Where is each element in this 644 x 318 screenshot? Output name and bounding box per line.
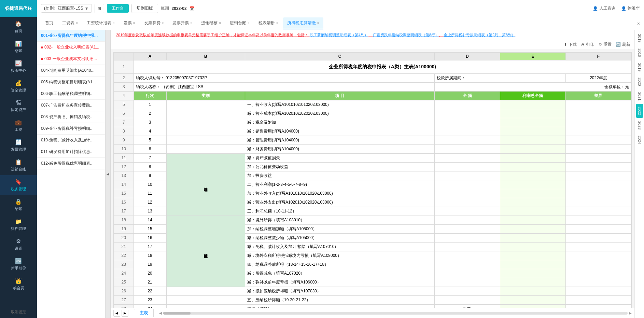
print-icon: 🖨 (581, 42, 585, 47)
service-icon: 👤 (593, 6, 598, 11)
tab-payroll-close[interactable]: × (76, 21, 78, 25)
panel-item-007[interactable]: 007-广告费和业务宣传费跌... (37, 100, 105, 111)
nav-tabs: 首页 工资表 × 工资统计报表 × 发票 × 发票算费 × 发票开票 × 进销稽… (37, 17, 644, 30)
tab-payroll-report-close[interactable]: × (113, 21, 115, 25)
scroll-thumb[interactable] (163, 312, 191, 315)
user-info[interactable]: 👤 徐澄华 (621, 5, 640, 11)
panel-item-011[interactable]: 011-研发费用加计扣除优惠... (37, 146, 105, 158)
table-row: 27 23 五、应纳税所得额（19-20-21-22） (114, 295, 631, 304)
tax-rate-cell[interactable]: 0.25 (434, 304, 500, 308)
panel-item-label: 009-企业所得税补亏损明细... (41, 126, 94, 132)
sidebar-item-report[interactable]: 📈 报表中心 (0, 57, 37, 77)
print-button[interactable]: 🖨 打印 (581, 42, 594, 47)
tab-payroll-report[interactable]: 工资统计报表 × (83, 17, 119, 29)
table-row: 5 1 一、营业收入(填写A101010\101020\103000) (114, 100, 631, 109)
tab-tax-settlement-label: 所得税汇算清缴 (287, 20, 316, 26)
warning-link-3[interactable]: 企业所得税补亏损明细表（第2列、第8列） (444, 33, 515, 37)
tab-invoice-open[interactable]: 发票开票 × (168, 17, 196, 29)
panel-item-012[interactable]: 012-减免所得税优惠明细表... (37, 158, 105, 169)
panel-item-002[interactable]: 002-一般企业收入明细表(A1... (37, 42, 105, 53)
reset-button[interactable]: ↺ 重置 (599, 42, 612, 47)
tab-sales-ledger-close[interactable]: × (248, 21, 250, 25)
year-sidebar: 2019 2016 2019 2020 2021 2022 2023 2024 (634, 30, 644, 318)
switch-version-button[interactable]: 切到旧版 (131, 4, 158, 13)
close-all-icon[interactable]: × (637, 21, 640, 26)
sheet-tab-main[interactable]: 主表 (134, 309, 154, 317)
tab-tax-settlement-close[interactable]: × (317, 21, 319, 25)
error-dot (41, 58, 43, 60)
tab-sales-audit[interactable]: 进销稽核 × (197, 17, 225, 29)
closing-icon: 🔒 (15, 198, 22, 205)
panel-item-001[interactable]: 001-企业所得税年度纳税申报... (37, 30, 105, 42)
tax-icon: 🔖 (15, 179, 22, 185)
tab-sales-ledger[interactable]: 进销台账 × (226, 17, 254, 29)
copy-icon: ⊞ (98, 6, 101, 11)
sidebar-item-payroll[interactable]: 💼 工资 (0, 116, 37, 136)
year-item-2021[interactable]: 2021 (636, 89, 643, 103)
warning-link-2[interactable]: 广宣费跌年度纳税调整明细表（第8行） (373, 33, 439, 37)
company-selector[interactable]: (勿删）江西服宝-LSS ▼ (41, 4, 92, 13)
year-item-2020[interactable]: 2020 (636, 75, 643, 88)
sidebar-item-ledger[interactable]: 📊 总账 (0, 37, 37, 57)
tab-invoice-fee[interactable]: 发票算费 × (140, 17, 168, 29)
spreadsheet-wrapper[interactable]: A B C D E F 1 企业所 (111, 49, 634, 308)
sidebar-item-archive[interactable]: 📁 归档管理 (0, 215, 37, 235)
scroll-track (163, 312, 628, 315)
tab-invoice-close[interactable]: × (133, 21, 135, 25)
panel-item-003[interactable]: 003-一般企业成本支出明细... (37, 53, 105, 65)
year-item-2016[interactable]: 2016 (636, 46, 643, 59)
download-button[interactable]: ⬇ 下载 (564, 42, 577, 47)
sidebar-item-member[interactable]: 👑 畅会员 (0, 274, 37, 294)
customer-service-btn[interactable]: 👤 人工咨询 (593, 5, 616, 11)
panel-item-006[interactable]: 006-职工薪酬纳税调整明细... (37, 88, 105, 100)
table-row: 26 22 减：抵扣应纳税所得额（填写A107030） (114, 287, 631, 295)
panel-item-005[interactable]: 005-纳税调整项目明细表(A1... (37, 77, 105, 88)
panel-item-008[interactable]: 008-资产折旧、摊销及纳税... (37, 111, 105, 123)
workspace-button[interactable]: 工作台 (107, 4, 129, 13)
sheet-nav-right[interactable]: ▶ (122, 310, 128, 317)
tab-tax-settlement[interactable]: 所得税汇算清缴 × (283, 17, 323, 29)
sidebar-item-sales[interactable]: 📋 进销台账 (0, 155, 37, 175)
guide-icon: 🆕 (15, 258, 22, 264)
panel-item-009[interactable]: 009-企业所得税补亏损明细... (37, 123, 105, 135)
sidebar-item-invoice[interactable]: 🧾 发票管理 (0, 136, 37, 155)
sidebar-item-label: 工资 (15, 127, 22, 132)
sidebar-item-home[interactable]: 🏠 首页 (0, 17, 37, 37)
scroll-left-icon[interactable]: ◀ (159, 311, 162, 315)
sidebar-item-guide[interactable]: 🆕 新手引导 (0, 254, 37, 274)
tab-home[interactable]: 首页 (41, 17, 57, 29)
sidebar-item-fund[interactable]: 💰 资金管理 (0, 77, 37, 96)
tab-invoice[interactable]: 发票 × (120, 17, 139, 29)
sidebar-item-label: 总账 (15, 48, 22, 53)
tab-sales-audit-close[interactable]: × (219, 21, 221, 25)
section-label-tax: 应纳税所得额计算 (166, 216, 245, 287)
copy-icon-btn[interactable]: ⊞ (95, 4, 104, 13)
scroll-right-icon[interactable]: ▶ (629, 311, 632, 315)
sidebar-item-assets[interactable]: 🏗 固定资产 (0, 96, 37, 116)
unpin-button[interactable]: 取消固定 (0, 306, 37, 318)
sheet-nav-left[interactable]: ◀ (113, 310, 120, 317)
year-item-2023[interactable]: 2023 (636, 119, 643, 132)
tab-tax-list[interactable]: 税表清册 × (254, 17, 282, 29)
sidebar-item-tax[interactable]: 🔖 税务管理 (0, 175, 37, 195)
year-item-2019a[interactable]: 2019 (636, 31, 643, 45)
sidebar-item-closing[interactable]: 🔒 结账 (0, 195, 37, 215)
year-item-2024[interactable]: 2024 (636, 133, 643, 147)
panel-item-004[interactable]: 004-期间费用明细表(A1040... (37, 65, 105, 77)
tab-tax-list-close[interactable]: × (276, 21, 278, 25)
collapse-panel-button[interactable]: ◀ (105, 30, 111, 318)
tab-invoice-open-close[interactable]: × (190, 21, 192, 25)
refresh-button[interactable]: 🔄 刷新 (616, 42, 630, 47)
year-item-2019b[interactable]: 2019 (636, 60, 643, 74)
warning-link-1[interactable]: 职工薪酬纳税调整明细表（第4列） (310, 33, 368, 37)
warning-bar: 2019年度步及取以前年度连续数据的申报表单元格需要手工维护正确，才能保证本年及… (111, 30, 634, 40)
sheet-tabs-area: ◀ ▶ 主表 ◀ ▶ (111, 308, 634, 318)
tab-payroll[interactable]: 工资表 × (58, 17, 82, 29)
year-item-2022[interactable]: 2022 (636, 104, 643, 117)
panel-item-010[interactable]: 010-免税、减计收入及加计... (37, 135, 105, 146)
tab-invoice-fee-close[interactable]: × (162, 21, 164, 25)
service-label: 人工咨询 (599, 5, 616, 11)
sidebar-item-settings[interactable]: ⚙ 设置 (0, 235, 37, 254)
spreadsheet-title: 企业所得税年度纳税申报表（A类）主表(A100000) (134, 60, 631, 73)
col-header-row-num (114, 52, 134, 60)
